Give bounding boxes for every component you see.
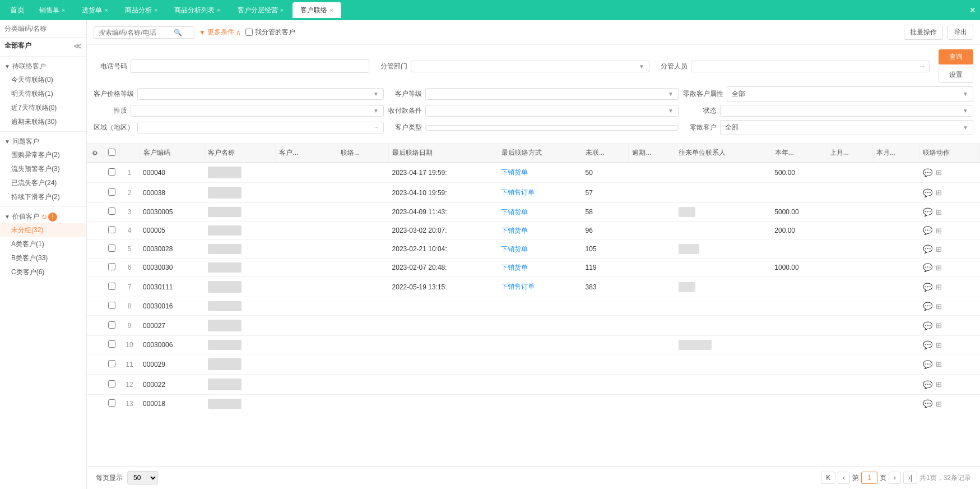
my-customers-checkbox-wrap[interactable]: 我分管的客户 — [245, 27, 295, 37]
group-value[interactable]: ▼ 价值客户 ↻ ! — [0, 209, 86, 223]
tab-analysis-list-close[interactable]: × — [217, 7, 220, 13]
customer-type-select[interactable] — [425, 125, 679, 131]
batch-ops-button[interactable]: 批量操作 — [904, 25, 943, 40]
row-checkbox-5[interactable] — [108, 263, 115, 270]
row-checkbox-12[interactable] — [108, 399, 115, 407]
tab-customer-contact-close[interactable]: × — [329, 7, 333, 13]
phone-action-0[interactable]: 💬 — [923, 168, 932, 177]
sidebar-search-input[interactable] — [4, 25, 87, 33]
phone-action-8[interactable]: 💬 — [923, 321, 932, 330]
dept-select[interactable]: ▼ — [411, 61, 649, 72]
sidebar-item-lost[interactable]: 已流失客户(24) — [0, 176, 86, 190]
tab-purchase[interactable]: 进货单 × — [74, 2, 115, 18]
row-checkbox-9[interactable] — [108, 340, 115, 348]
last-method-link-5[interactable]: 下销货单 — [501, 264, 528, 271]
phone-action-1[interactable]: 💬 — [923, 188, 932, 197]
phone-action-7[interactable]: 💬 — [923, 302, 932, 311]
group-problem[interactable]: ▼ 问题客户 — [0, 134, 86, 148]
sidebar-item-b[interactable]: B类客户(33) — [0, 251, 86, 265]
phone-action-6[interactable]: 💬 — [923, 283, 932, 292]
phone-action-5[interactable]: 💬 — [923, 263, 932, 272]
grid-action-6[interactable]: ⊞ — [936, 283, 942, 291]
grid-action-8[interactable]: ⊞ — [936, 321, 942, 330]
phone-action-12[interactable]: 💬 — [923, 399, 932, 408]
query-button[interactable]: 查询 — [939, 49, 973, 64]
last-method-link-1[interactable]: 下销售订单 — [501, 188, 535, 196]
phone-action-10[interactable]: 💬 — [923, 360, 932, 369]
search-icon[interactable]: 🔍 — [174, 29, 182, 36]
retail-attr-select[interactable]: 全部 ▼ — [727, 86, 973, 102]
phone-action-2[interactable]: 💬 — [923, 207, 932, 216]
next-page-button[interactable]: › — [889, 472, 901, 484]
first-page-button[interactable]: K — [821, 472, 835, 484]
my-customers-checkbox[interactable] — [245, 29, 253, 36]
last-page-button[interactable]: ›| — [903, 472, 917, 484]
grid-action-5[interactable]: ⊞ — [936, 264, 942, 272]
customer-level-select[interactable]: ▼ — [425, 88, 679, 100]
phone-action-3[interactable]: 💬 — [923, 226, 932, 235]
row-checkbox-7[interactable] — [108, 302, 115, 309]
phone-action-9[interactable]: 💬 — [923, 340, 932, 349]
select-all-checkbox[interactable] — [108, 149, 115, 156]
sidebar-item-warning[interactable]: 流失预警客户(3) — [0, 162, 86, 176]
phone-input[interactable] — [131, 59, 369, 73]
search-input[interactable] — [99, 29, 171, 36]
grid-action-1[interactable]: ⊞ — [936, 188, 942, 197]
last-method-link-6[interactable]: 下销售订单 — [501, 283, 535, 290]
more-conditions[interactable]: ▼ 更多条件 ∧ — [199, 27, 241, 37]
grid-action-4[interactable]: ⊞ — [936, 245, 942, 253]
sidebar-item-declining[interactable]: 持续下滑客户(2) — [0, 190, 86, 204]
sidebar-item-tomorrow[interactable]: 明天待联络(1) — [0, 87, 86, 101]
phone-action-11[interactable]: 💬 — [923, 380, 932, 389]
sidebar-item-7days[interactable]: 近7天待联络(0) — [0, 101, 86, 115]
last-method-link-2[interactable]: 下销货单 — [501, 208, 528, 216]
grid-action-9[interactable]: ⊞ — [936, 341, 942, 349]
last-method-link-3[interactable]: 下销货单 — [501, 227, 528, 234]
last-method-link-4[interactable]: 下销货单 — [501, 245, 528, 253]
payment-select[interactable]: ▼ — [425, 105, 679, 117]
reset-button[interactable]: 设置 — [939, 67, 973, 83]
tab-purchase-close[interactable]: × — [104, 7, 108, 13]
row-checkbox-6[interactable] — [108, 283, 115, 290]
row-checkbox-11[interactable] — [108, 380, 115, 387]
row-checkbox-4[interactable] — [108, 245, 115, 252]
sidebar-item-abnormal[interactable]: 囤购异常客户(2) — [0, 148, 86, 162]
tab-customer-layer-close[interactable]: × — [280, 7, 284, 13]
retail-select[interactable]: 全部 ▼ — [720, 120, 973, 135]
tab-customer-layer[interactable]: 客户分层经营 × — [230, 2, 291, 18]
tab-analysis[interactable]: 商品分析 × — [117, 2, 165, 18]
price-level-select[interactable]: ▼ — [137, 88, 384, 100]
grid-action-12[interactable]: ⊞ — [936, 400, 942, 408]
home-tab[interactable]: 首页 — [4, 5, 30, 15]
row-checkbox-3[interactable] — [108, 226, 115, 233]
grid-action-0[interactable]: ⊞ — [936, 168, 942, 177]
row-checkbox-1[interactable] — [108, 188, 115, 196]
tab-sales-close[interactable]: × — [62, 7, 65, 13]
row-checkbox-2[interactable] — [108, 207, 115, 215]
sidebar-item-overdue[interactable]: 逾期未联络(30) — [0, 115, 86, 129]
grid-action-3[interactable]: ⊞ — [936, 227, 942, 235]
th-setting[interactable]: ⚙ — [87, 144, 104, 163]
grid-action-10[interactable]: ⊞ — [936, 360, 942, 368]
sidebar-item-c[interactable]: C类客户(6) — [0, 265, 86, 279]
prev-page-button[interactable]: ‹ — [838, 472, 850, 484]
sidebar-item-a[interactable]: A类客户(1) — [0, 237, 86, 251]
all-customers-header[interactable]: 全部客户 ≪ — [0, 38, 86, 54]
refresh-icon[interactable]: ↻ — [41, 213, 47, 221]
grid-action-11[interactable]: ⊞ — [936, 380, 942, 389]
tab-analysis-close[interactable]: × — [154, 7, 157, 13]
sidebar-item-today[interactable]: 今天待联络(0) — [0, 73, 86, 87]
export-button[interactable]: 导出 — [948, 25, 973, 40]
phone-action-4[interactable]: 💬 — [923, 245, 932, 253]
tab-customer-contact[interactable]: 客户联络 × — [292, 2, 341, 18]
nature-select[interactable]: ▼ — [131, 105, 384, 117]
grid-action-7[interactable]: ⊞ — [936, 302, 942, 311]
tab-analysis-list[interactable]: 商品分析列表 × — [166, 2, 228, 18]
status-select[interactable]: ▼ — [720, 105, 973, 117]
row-checkbox-10[interactable] — [108, 360, 115, 367]
close-all-icon[interactable]: × — [969, 4, 976, 16]
last-method-link-0[interactable]: 下销货单 — [501, 168, 528, 176]
group-pending-contact[interactable]: ▼ 待联络客户 — [0, 59, 86, 73]
row-checkbox-8[interactable] — [108, 321, 115, 329]
grid-action-2[interactable]: ⊞ — [936, 208, 942, 216]
